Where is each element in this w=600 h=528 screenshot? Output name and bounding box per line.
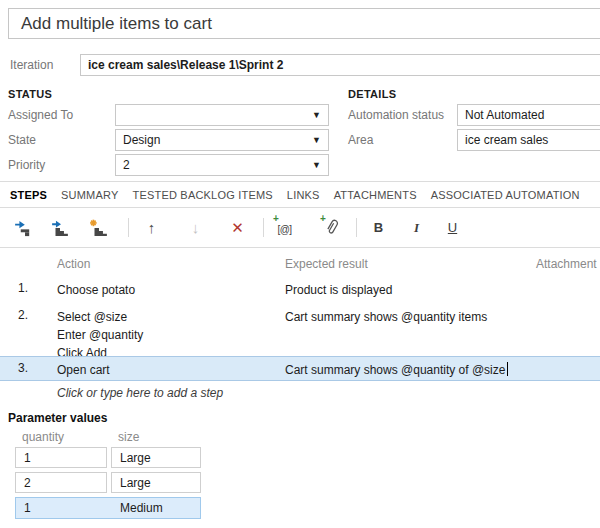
param-column-size: size — [118, 430, 139, 444]
priority-value: 2 — [123, 158, 130, 172]
insert-step-button[interactable] — [13, 218, 32, 238]
plus-icon: + — [320, 214, 326, 224]
step-number: 3. — [18, 361, 28, 375]
arrow-up-icon: ↑ — [148, 219, 156, 236]
details-section-header: DETAILS — [348, 88, 396, 100]
create-shared-steps-icon — [90, 219, 108, 237]
param-column-quantity: quantity — [22, 430, 64, 444]
assigned-to-label: Assigned To — [8, 108, 73, 122]
param-value: Large — [120, 451, 151, 465]
dropdown-arrow-icon: ▼ — [312, 160, 321, 170]
column-header-action: Action — [57, 257, 90, 271]
iteration-field[interactable]: ice cream sales\Release 1\Sprint 2 — [80, 54, 600, 76]
param-value: Medium — [120, 501, 163, 515]
parameter-icon: [@] — [277, 224, 291, 235]
parameter-values-header: Parameter values — [8, 411, 107, 425]
step-action[interactable]: Choose potato — [57, 281, 135, 299]
step-action[interactable]: Open cart — [57, 361, 110, 379]
param-cell-size-2[interactable]: Large — [111, 472, 201, 493]
underline-button[interactable]: U — [443, 218, 462, 238]
tab-links[interactable]: LINKS — [287, 189, 320, 201]
step-number: 1. — [18, 281, 28, 295]
create-shared-steps-button[interactable] — [89, 218, 108, 238]
move-step-up-button[interactable]: ↑ — [142, 218, 161, 238]
step-row-1[interactable]: 1. Choose potato Product is displayed — [0, 281, 600, 301]
test-case-editor: Add multiple items to cart Iteration ice… — [0, 0, 600, 528]
state-value: Design — [123, 133, 160, 147]
toolbar-separator — [128, 218, 129, 237]
add-step-row[interactable]: Click or type here to add a step — [57, 386, 223, 400]
step-row-3[interactable]: 3. Open cart Cart summary shows @quantit… — [0, 356, 600, 381]
italic-button[interactable]: I — [407, 218, 426, 238]
tab-steps[interactable]: STEPS — [10, 189, 47, 201]
steps-toolbar: ↑ ↓ ✕ + [@] + B I U — [0, 208, 600, 247]
param-cell-quantity-2[interactable]: 2 — [15, 472, 107, 493]
automation-status-value: Not Automated — [465, 108, 544, 122]
state-label: State — [8, 133, 36, 147]
param-row-3-selected[interactable]: 1 Medium — [15, 497, 201, 519]
step-expected-result[interactable]: Cart summary shows @quantity of @size — [285, 361, 508, 379]
priority-dropdown[interactable]: 2 ▼ — [115, 154, 329, 176]
assigned-to-dropdown[interactable]: ▼ — [115, 104, 329, 126]
param-value: 1 — [24, 451, 31, 465]
column-header-expected-result: Expected result — [285, 257, 368, 271]
text-cursor — [507, 362, 508, 376]
title-text: Add multiple items to cart — [21, 14, 212, 34]
toolbar-separator — [356, 218, 357, 237]
iteration-label: Iteration — [10, 58, 53, 72]
param-cell-size-1[interactable]: Large — [111, 447, 201, 468]
column-header-attachment: Attachment — [536, 257, 597, 271]
tab-bar: STEPS SUMMARY TESTED BACKLOG ITEMS LINKS… — [0, 182, 600, 207]
priority-label: Priority — [8, 158, 45, 172]
automation-status-field[interactable]: Not Automated — [457, 104, 600, 126]
step-action[interactable]: Select @size Enter @quantity Click Add — [57, 308, 143, 362]
insert-shared-steps-button[interactable] — [50, 218, 69, 238]
tab-attachments[interactable]: ATTACHMENTS — [334, 189, 417, 201]
area-field[interactable]: ice cream sales — [457, 129, 600, 151]
add-attachment-button[interactable]: + — [322, 218, 341, 238]
area-value: ice cream sales — [465, 133, 548, 147]
insert-parameter-button[interactable]: + [@] — [275, 218, 294, 238]
tab-associated-automation[interactable]: ASSOCIATED AUTOMATION — [431, 189, 580, 201]
iteration-value: ice cream sales\Release 1\Sprint 2 — [88, 58, 283, 72]
step-expected-result[interactable]: Product is displayed — [285, 281, 392, 299]
state-dropdown[interactable]: Design ▼ — [115, 129, 329, 151]
toolbar-separator — [263, 218, 264, 237]
delete-x-icon: ✕ — [231, 219, 244, 237]
step-number: 2. — [18, 308, 28, 322]
automation-status-label: Automation status — [348, 108, 444, 122]
dropdown-arrow-icon: ▼ — [312, 135, 321, 145]
step-expected-result[interactable]: Cart summary shows @quantity items — [285, 308, 487, 326]
bold-icon: B — [374, 220, 383, 235]
title-input[interactable]: Add multiple items to cart — [8, 8, 600, 39]
bold-button[interactable]: B — [369, 218, 388, 238]
tab-summary[interactable]: SUMMARY — [61, 189, 118, 201]
move-step-down-button[interactable]: ↓ — [186, 218, 205, 238]
param-value: 2 — [24, 476, 31, 490]
param-value: Large — [120, 476, 151, 490]
tab-tested-backlog-items[interactable]: TESTED BACKLOG ITEMS — [133, 189, 273, 201]
step-expected-text: Cart summary shows @quantity of @size — [285, 363, 505, 377]
status-section-header: STATUS — [8, 88, 52, 100]
area-label: Area — [348, 133, 373, 147]
arrow-down-icon: ↓ — [192, 219, 200, 236]
dropdown-arrow-icon: ▼ — [312, 110, 321, 120]
italic-icon: I — [414, 220, 419, 236]
insert-shared-steps-icon — [51, 219, 69, 237]
underline-icon: U — [448, 220, 457, 235]
insert-step-icon — [14, 219, 32, 237]
divider — [0, 247, 600, 248]
delete-step-button[interactable]: ✕ — [228, 218, 247, 238]
param-value: 1 — [24, 501, 31, 515]
plus-icon: + — [273, 214, 279, 224]
param-cell-quantity-1[interactable]: 1 — [15, 447, 107, 468]
